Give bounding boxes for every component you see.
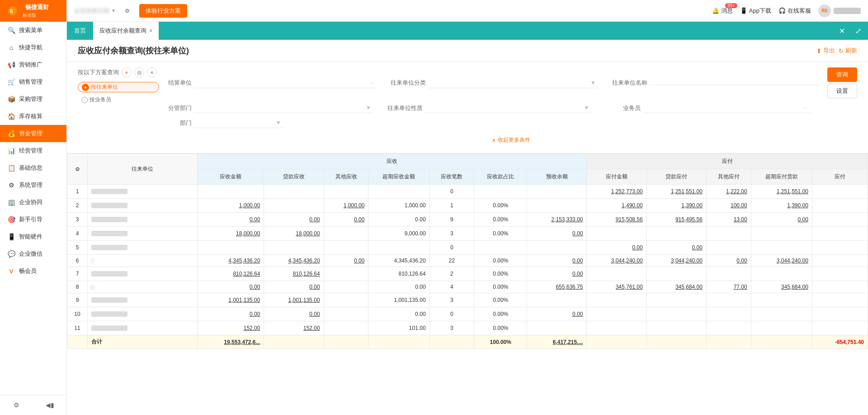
sidebar-item-system[interactable]: ⚙ 系统管理 bbox=[0, 176, 66, 194]
refresh-btn[interactable]: ↻ 刷新 bbox=[839, 47, 857, 55]
close-window-btn[interactable]: ✕ bbox=[835, 24, 848, 37]
table-cell[interactable]: 152.00 bbox=[264, 321, 324, 335]
table-cell[interactable]: 0.00 bbox=[527, 307, 587, 321]
sidebar-item-marketing[interactable]: 📢 营销推广 bbox=[0, 56, 66, 73]
table-cell[interactable]: 810,126.64 bbox=[264, 267, 324, 281]
table-cell[interactable]: 0.00 bbox=[527, 227, 587, 241]
sidebar-item-quick-nav[interactable]: ⌂ 快捷导航 bbox=[0, 39, 66, 56]
scheme-by-salesperson[interactable]: ○ 按业务员 bbox=[78, 95, 159, 105]
table-cell[interactable]: 18,000.00 bbox=[264, 227, 324, 241]
table-cell[interactable]: 1,251,551.00 bbox=[751, 185, 812, 199]
table-cell[interactable]: 0.00 bbox=[198, 281, 264, 293]
table-cell[interactable]: 345,761.00 bbox=[587, 281, 646, 293]
table-cell[interactable]: 0.00 bbox=[646, 241, 706, 255]
sidebar-item-wechat[interactable]: 💬 企业微信 bbox=[0, 245, 66, 262]
table-cell bbox=[587, 227, 646, 241]
table-cell[interactable]: 1,222.00 bbox=[706, 185, 751, 199]
salesperson-input[interactable]: ··· bbox=[642, 103, 810, 113]
table-cell[interactable]: 0.00 bbox=[264, 307, 324, 321]
partner-nature-select[interactable]: ▼ bbox=[425, 103, 592, 113]
query-btn[interactable]: 查询 bbox=[827, 67, 857, 82]
filter-collapse-btn[interactable]: ∧ 收起更多条件 bbox=[488, 133, 534, 148]
department-select[interactable]: ▼ bbox=[193, 118, 284, 128]
table-cell[interactable]: 0.00 bbox=[264, 213, 324, 227]
table-cell[interactable]: 0.00 bbox=[706, 255, 751, 267]
filter-settings-btn[interactable]: 设置 bbox=[827, 84, 857, 98]
table-cell[interactable]: 0.00 bbox=[587, 241, 646, 255]
table-cell[interactable]: 13.00 bbox=[706, 213, 751, 227]
table-cell[interactable]: 1,251,551.00 bbox=[646, 185, 706, 199]
user-info[interactable]: Rit bbox=[818, 5, 861, 17]
table-cell[interactable]: 810,126.64 bbox=[198, 267, 264, 281]
sidebar-item-enterprise[interactable]: 🏢 企业协同 bbox=[0, 194, 66, 211]
table-cell[interactable]: 3,044,240.00 bbox=[587, 255, 646, 267]
trial-btn[interactable]: 体验行业方案 bbox=[139, 4, 187, 18]
sidebar-item-operations[interactable]: 📊 经营管理 bbox=[0, 142, 66, 159]
table-cell[interactable]: 4,345,436.20 bbox=[198, 255, 264, 267]
settings-bottom-icon[interactable]: ⚙ bbox=[10, 399, 23, 411]
table-cell[interactable]: 655,636.75 bbox=[527, 281, 587, 293]
sidebar-item-guide[interactable]: 🎯 新手引导 bbox=[0, 211, 66, 228]
tab-home[interactable]: 首页 bbox=[67, 22, 93, 40]
table-cell[interactable]: 2,153,333.00 bbox=[527, 213, 587, 227]
app-download-btn[interactable]: 📱 App下载 bbox=[740, 7, 771, 15]
collapse-sidebar-btn[interactable]: ◀▮ bbox=[43, 399, 56, 411]
table-cell[interactable]: 0.00 bbox=[198, 307, 264, 321]
table-cell[interactable]: 345,684.00 bbox=[646, 281, 706, 293]
tab-close-btn[interactable]: × bbox=[149, 28, 152, 34]
table-cell[interactable]: 1,490.00 bbox=[587, 199, 646, 213]
table-cell[interactable]: 1,000.00 bbox=[198, 199, 264, 213]
table-cell[interactable]: 0.00 bbox=[324, 255, 368, 267]
table-cell[interactable]: 152.00 bbox=[198, 321, 264, 335]
sidebar-item-basic-info[interactable]: 📋 基础信息 bbox=[0, 159, 66, 176]
table-cell: 5 bbox=[67, 241, 88, 255]
settlement-unit-input[interactable]: ··· bbox=[193, 78, 377, 88]
scheme-by-partner[interactable]: ● 按往来单位 bbox=[78, 82, 159, 92]
table-cell[interactable]: 18,000.00 bbox=[198, 227, 264, 241]
table-cell[interactable]: 915,495.56 bbox=[646, 213, 706, 227]
sidebar-item-search[interactable]: 🔍 搜索菜单 bbox=[0, 22, 66, 39]
table-cell[interactable]: 1,252,773.00 bbox=[587, 185, 646, 199]
table-cell[interactable]: 4,345,436.20 bbox=[264, 255, 324, 267]
table-cell[interactable]: 1,390.00 bbox=[646, 199, 706, 213]
table-cell[interactable]: 3,044,240.00 bbox=[646, 255, 706, 267]
table-cell[interactable]: 1,001,135.00 bbox=[264, 293, 324, 307]
partner-name-input[interactable] bbox=[649, 81, 820, 85]
footer-recv-advance[interactable]: 6,417,215.... bbox=[527, 335, 587, 349]
sidebar-item-finance[interactable]: 💰 资金管理 bbox=[0, 125, 66, 142]
filter-add-btn[interactable]: + bbox=[122, 67, 132, 77]
table-cell[interactable]: 0.00 bbox=[198, 213, 264, 227]
table-cell[interactable]: 0.00 bbox=[324, 213, 368, 227]
footer-recv-total[interactable]: 19,553,472,6... bbox=[198, 335, 264, 349]
table-cell[interactable]: 100.00 bbox=[706, 199, 751, 213]
dept-manager-select[interactable]: ▼ bbox=[193, 103, 374, 113]
sidebar-item-purchase[interactable]: 📦 采购管理 bbox=[0, 91, 66, 108]
online-service-btn[interactable]: 🎧 在线客服 bbox=[778, 7, 811, 15]
table-cell[interactable]: 915,508.56 bbox=[587, 213, 646, 227]
sidebar-item-inventory[interactable]: 🏠 库存核算 bbox=[0, 108, 66, 125]
maximize-btn[interactable]: ⤢ bbox=[852, 24, 864, 37]
table-cell[interactable]: 0.00 bbox=[264, 281, 324, 293]
sidebar-item-smart-hw[interactable]: 📱 智能硬件 bbox=[0, 228, 66, 245]
table-cell[interactable]: 1,001,135.00 bbox=[198, 293, 264, 307]
notice-btn[interactable]: 🔔 消息 99+ bbox=[712, 7, 733, 15]
sidebar-item-member[interactable]: V 畅会员 bbox=[0, 262, 66, 280]
table-cell[interactable]: 3,044,240.00 bbox=[751, 255, 812, 267]
filter-collapse-scheme-btn[interactable]: « bbox=[147, 67, 157, 77]
topbar-gear-btn[interactable]: ⚙ bbox=[121, 5, 134, 17]
col-settings-btn[interactable]: ⚙ bbox=[71, 163, 84, 176]
page-actions: ⬆ 导出 ↻ 刷新 bbox=[816, 47, 857, 55]
filter-scheme-settings-btn[interactable]: ◎ bbox=[134, 67, 144, 77]
company-selector[interactable]: 企业名称示例 ▼ bbox=[74, 7, 116, 15]
table-cell[interactable]: 1,000.00 bbox=[324, 199, 368, 213]
table-cell[interactable]: 0.00 bbox=[527, 267, 587, 281]
tab-active[interactable]: 应收应付余额查询 × bbox=[93, 22, 159, 40]
partner-category-select[interactable]: ▼ bbox=[428, 78, 599, 88]
export-btn[interactable]: ⬆ 导出 bbox=[816, 47, 835, 55]
table-cell[interactable]: 1,390.00 bbox=[751, 199, 812, 213]
table-cell[interactable]: 77.00 bbox=[706, 281, 751, 293]
table-cell[interactable]: 0.00 bbox=[751, 213, 812, 227]
table-cell[interactable]: 0.00 bbox=[527, 255, 587, 267]
table-cell[interactable]: 345,684.00 bbox=[751, 281, 812, 293]
sidebar-item-sales[interactable]: 🛒 销售管理 bbox=[0, 73, 66, 91]
